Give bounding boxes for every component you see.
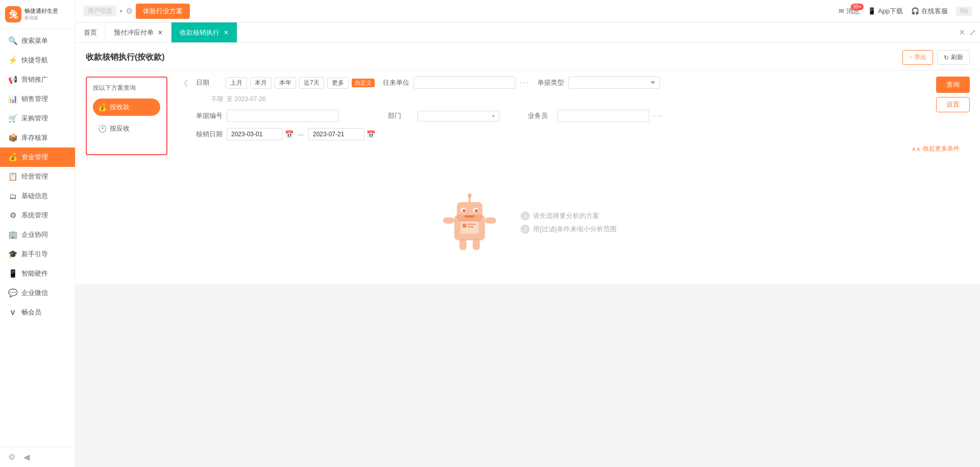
sidebar-item-label: 企业协同 [21, 230, 48, 239]
sidebar-item-label: 企业微信 [21, 288, 48, 298]
page-inner: 收款核销执行(按收款) ↑ 导出 ↻ 刷新 按以下方案查询 [76, 43, 980, 284]
svg-point-16 [468, 193, 472, 198]
sidebar-item-operations[interactable]: 📋 经营管理 [0, 167, 75, 186]
date-range-sep: — [298, 131, 304, 138]
sidebar-item-basic-info[interactable]: 🗂 基础信息 [0, 186, 75, 206]
main-area: 用户信息 ▾ ⚙ 体验行业方案 ✉ 消息 99+ 📱 App下载 🎧 在线客服 … [76, 0, 980, 467]
sidebar-item-marketing[interactable]: 📢 营销推广 [0, 70, 75, 89]
sidebar-item-enterprise[interactable]: 🏢 企业协同 [0, 225, 75, 244]
tab-collection[interactable]: 收款核销执行 ✕ [172, 22, 237, 42]
query-button[interactable]: 查询 [936, 77, 970, 93]
bill-type-select[interactable] [568, 77, 660, 89]
sidebar-item-sales[interactable]: 📊 销售管理 [0, 89, 75, 109]
verify-date-end-group: 📅 [308, 128, 375, 140]
phone-icon: 📱 [868, 7, 876, 15]
refresh-button[interactable]: ↻ 刷新 [937, 50, 970, 65]
sidebar-item-purchase[interactable]: 🛒 采购管理 [0, 109, 75, 128]
sidebar-item-guide[interactable]: 🎓 新手引导 [0, 244, 75, 264]
sales-icon: 📊 [8, 94, 17, 104]
bill-no-label: 单据编号 [196, 111, 223, 120]
counterpart-more-icon[interactable]: ··· [520, 78, 529, 87]
sidebar-item-system[interactable]: ⚙ 系统管理 [0, 206, 75, 225]
page-actions: ↑ 导出 ↻ 刷新 [902, 50, 970, 65]
filter-collapse-icon[interactable]: 《 [180, 79, 188, 89]
inventory-icon: 📦 [8, 133, 17, 142]
sidebar-item-wechat[interactable]: 💬 企业微信 [0, 283, 75, 303]
sidebar-bottom: ⚙ ◀ [0, 447, 75, 467]
bill-type-field: 单据类型 [537, 77, 660, 89]
verify-end-calendar-icon[interactable]: 📅 [366, 130, 375, 138]
bill-no-input[interactable] [227, 110, 339, 122]
date-btn-7days[interactable]: 近7天 [299, 77, 324, 89]
tip-num-1: 1 [521, 211, 530, 220]
enterprise-icon: 🏢 [8, 230, 17, 239]
sidebar-item-label: 销售管理 [21, 94, 48, 104]
operations-icon: 📋 [8, 172, 17, 181]
bill-type-label: 单据类型 [537, 78, 564, 87]
filter-option-by-receivable[interactable]: 🕐 按应收 [93, 120, 160, 137]
guide-icon: 🎓 [8, 250, 17, 259]
wechat-icon: 💬 [8, 288, 17, 298]
sidebar-item-label: 智能硬件 [21, 269, 48, 278]
verify-date-start-group: 📅 [227, 128, 293, 140]
tab-expand-icon[interactable]: ⤢ [969, 28, 976, 37]
svg-rect-1 [457, 202, 482, 222]
collapse-more-button[interactable]: ∧∧ 收起更多条件 [196, 142, 970, 155]
header-user-text: 用户信息 [84, 6, 116, 16]
svg-rect-12 [462, 224, 467, 228]
setting-button[interactable]: 设置 [936, 97, 970, 112]
verify-start-input[interactable] [227, 128, 283, 140]
solution-button[interactable]: 体验行业方案 [136, 4, 190, 19]
tip-num-2: 2 [521, 225, 530, 234]
online-service-button[interactable]: 🎧 在线客服 [911, 7, 948, 16]
tab-home[interactable]: 首页 [76, 22, 106, 42]
sidebar-item-finance[interactable]: 💰 资金管理 [0, 148, 75, 167]
staff-more-icon[interactable]: ··· [653, 111, 663, 120]
app-download-button[interactable]: 📱 App下载 [868, 7, 903, 16]
date-btn-more[interactable]: 更多 [327, 77, 349, 89]
staff-input[interactable] [557, 110, 649, 122]
sidebar-item-member[interactable]: V 畅会员 [0, 303, 75, 322]
tab-prepay[interactable]: 预付冲应付单 ✕ [106, 22, 172, 42]
date-btn-this-month[interactable]: 本月 [250, 77, 272, 89]
sidebar-item-label: 采购管理 [21, 114, 48, 123]
tab-prepay-close[interactable]: ✕ [158, 29, 163, 36]
staff-label: 业务员 [528, 111, 553, 120]
sidebar-item-quick-nav[interactable]: ⚡ 快捷导航 [0, 51, 75, 70]
verify-end-input[interactable] [308, 128, 364, 140]
filter-action-buttons: 查询 设置 [936, 77, 970, 112]
export-button[interactable]: ↑ 导出 [902, 50, 933, 65]
purchase-icon: 🛒 [8, 114, 17, 123]
top-header: 用户信息 ▾ ⚙ 体验行业方案 ✉ 消息 99+ 📱 App下载 🎧 在线客服 … [76, 0, 980, 22]
svg-rect-9 [459, 239, 467, 250]
page-header: 收款核销执行(按收款) ↑ 导出 ↻ 刷新 [76, 43, 980, 70]
refresh-label: 刷新 [951, 53, 963, 62]
counterpart-input[interactable] [413, 77, 516, 89]
settings-bottom-icon[interactable]: ⚙ [8, 452, 15, 462]
sidebar-item-inventory[interactable]: 📦 库存核算 [0, 128, 75, 148]
sidebar-menu: 🔍 搜索菜单 ⚡ 快捷导航 📢 营销推广 📊 销售管理 🛒 采购管理 📦 库存核… [0, 29, 75, 447]
dept-select[interactable]: ▾ [418, 111, 499, 121]
empty-state-area: 1 请先选择要分析的方案 2 用[过滤]条件来缩小分析范围 [76, 161, 980, 284]
member-icon: V [8, 309, 17, 316]
sidebar-item-search[interactable]: 🔍 搜索菜单 [0, 31, 75, 51]
message-button[interactable]: ✉ 消息 99+ [839, 7, 860, 16]
basic-info-icon: 🗂 [8, 192, 17, 201]
date-label: 日期 [196, 78, 222, 87]
collapse-sidebar-icon[interactable]: ◀ [23, 452, 30, 462]
tab-collection-close[interactable]: ✕ [224, 29, 229, 36]
username-display: Rit [956, 7, 972, 16]
dept-field: 部门 ▾ [388, 111, 499, 121]
sidebar-item-smart-hw[interactable]: 📱 智能硬件 [0, 264, 75, 283]
svg-point-5 [475, 209, 478, 212]
header-dropdown-icon[interactable]: ▾ [119, 8, 122, 15]
date-btn-last-month[interactable]: 上月 [226, 77, 247, 89]
header-logo-area: 用户信息 ▾ ⚙ 体验行业方案 [84, 4, 832, 19]
header-gear-icon[interactable]: ⚙ [126, 6, 133, 16]
filter-option-by-collection[interactable]: 💰 按收款 [93, 99, 160, 116]
tab-close-all-icon[interactable]: ✕ [959, 28, 965, 37]
verify-start-calendar-icon[interactable]: 📅 [285, 130, 293, 138]
verify-date-row: 核销日期 📅 — 📅 [196, 128, 926, 140]
headset-icon: 🎧 [911, 7, 919, 15]
date-btn-this-year[interactable]: 本年 [275, 77, 296, 89]
